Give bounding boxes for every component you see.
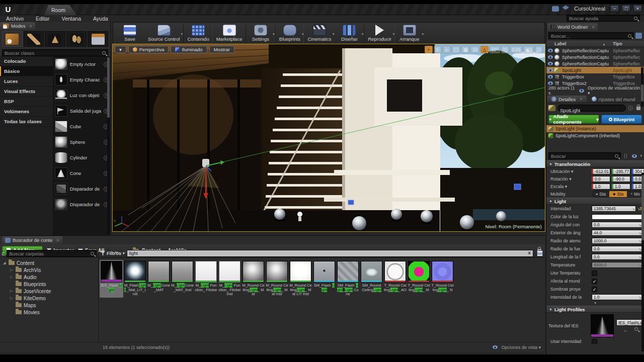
toolbar-button[interactable]: Settings ▾ [246,23,275,43]
asset-item[interactable]: M_FlashLight _Mat_LIT_Inst [123,260,147,298]
property-value-field[interactable]: 0.0↘ [592,254,642,260]
help-search[interactable] [567,15,640,22]
details-scrollbar[interactable] [641,173,644,351]
property-label[interactable]: Intensidad de la [550,295,590,300]
asset-thumbnail[interactable] [337,261,359,283]
close-icon[interactable]: × [592,25,595,30]
placeable-item[interactable]: Empty Charac ? [53,72,110,87]
scrollbar[interactable] [107,57,110,234]
property-label[interactable]: Ángulo del con [550,222,590,227]
modes-tab[interactable]: Modes × [0,22,35,30]
light-color-swatch[interactable] [592,214,642,220]
property-checkbox[interactable] [592,270,597,276]
transform-label[interactable]: Ubicación ▾ [550,169,590,174]
grid-snap-value[interactable]: 10 [470,46,479,53]
property-label[interactable]: Intensidad [550,206,590,211]
label-column-header[interactable]: Label [554,41,603,46]
category-row[interactable]: Volúmenes [0,107,53,117]
asset-item[interactable]: M_Round CeilingLight_ Mat LIT Inst [289,260,312,298]
asset-item[interactable]: T_Round CeilingLight_ M [407,260,431,298]
save-search-icon[interactable] [537,250,543,256]
property-value-field[interactable]: 1385.73645↘ [592,206,636,212]
transform-section-header[interactable]: ▼Transformación [546,160,644,167]
folders-search-input[interactable] [7,251,89,256]
folder-tree-row[interactable]: ▷ JoseVicente [0,288,98,295]
property-label[interactable]: Temperature [550,262,590,267]
asset-item[interactable]: M_Round CeilingLight_ Mat Inst [265,260,289,298]
placeable-item[interactable]: Salida del juga ? [53,103,110,119]
x-value-field[interactable]: -612.01 [592,168,610,174]
expand-arrow-icon[interactable]: ▷ [10,275,14,279]
visibility-eye-icon[interactable] [548,68,553,72]
type-column-header[interactable]: Tipo [613,41,644,46]
viewport-scene[interactable]: Y [113,44,545,231]
property-value-field[interactable]: 6500.0↘ [592,262,642,268]
expand-arrow-icon[interactable]: ▷ [10,289,14,293]
property-value-field[interactable]: 1000.0↘ [592,238,642,244]
details-search-input[interactable] [549,153,613,159]
placeable-item[interactable]: Empty Actor ? [53,56,110,72]
property-label[interactable]: Sombras proye [550,287,590,292]
chevron-down-icon[interactable]: ▾ [392,32,394,36]
asset-item[interactable]: T_Round CeilingLight_ AO [383,260,407,298]
asset-thumbnail[interactable] [432,261,453,283]
property-label[interactable]: Use Temperatu [550,270,590,276]
outliner-row[interactable]: SphereReflectionCaptu SphereReflec [546,60,644,67]
lit-mode-button[interactable]: Iluminado [171,46,207,53]
property-label[interactable]: Longitud de la f [550,254,590,259]
asset-thumbnail[interactable] [384,261,406,283]
toolbar-button[interactable]: Save [115,23,144,43]
asset-thumbnail[interactable] [101,261,122,283]
y-value-field[interactable]: -295.77 [612,168,630,174]
placeable-item[interactable]: Cube ? [53,119,110,134]
close-icon[interactable]: × [56,238,59,243]
property-label[interactable]: Color de la luz [550,214,590,219]
asset-thumbnail[interactable] [361,261,382,283]
property-value-field[interactable]: 0.0↘ [592,246,642,252]
folder-tree-row[interactable]: ▷ Audio [0,274,98,281]
component-row[interactable]: SpotLightComponent (Inherited) [546,132,644,139]
actor-name-field[interactable] [557,105,626,112]
scrollbar[interactable] [641,67,643,107]
category-row[interactable]: Colocado recientemente [0,56,53,66]
close-icon[interactable]: × [580,97,582,102]
chevron-down-icon[interactable]: ▾ [181,32,183,36]
menu-item[interactable]: Ventana [55,15,87,22]
menu-item[interactable]: Editar [30,15,55,22]
toolbar-button[interactable]: Marketplace [213,23,246,43]
actor-name-input[interactable] [558,108,625,113]
category-row[interactable]: Todas las clases [0,117,53,127]
property-label[interactable]: Radio de la fue [550,246,590,251]
asset-search-input[interactable] [127,250,526,256]
folder-tree-row[interactable]: ▷ ArchVis [0,266,98,274]
folder-tree-row[interactable]: Movies [0,309,98,316]
folder-tree-row[interactable]: Maps [0,302,98,309]
details-search[interactable] [548,152,621,159]
browse-icon[interactable] [634,327,638,331]
viewport-options-button[interactable]: ▾ [115,46,126,53]
asset-search[interactable]: × [127,250,533,257]
lock-icon[interactable] [636,107,640,110]
property-checkbox[interactable]: ✓ [592,287,597,292]
expand-arrow-icon[interactable]: ◢ [3,261,7,265]
placeable-item[interactable]: Cone ? [53,165,110,181]
mode-place-button[interactable] [2,31,23,47]
asset-thumbnail[interactable] [313,261,335,283]
x-value-field[interactable]: 1.0 [592,184,610,190]
mobility-option[interactable]: ◆ Sta [609,191,627,197]
placeable-item[interactable]: Disparador de ? [53,181,110,197]
ies-texture-thumbnail[interactable] [591,314,614,337]
asset-item[interactable]: SM_Round CeilingLight [360,260,383,298]
world-settings-tab[interactable]: Ajustes del mund [588,96,639,103]
asset-item[interactable]: T_Round CeilingLight_ N [431,260,454,298]
ies-texture-dropdown[interactable]: IES_FlashLig▾ [616,319,644,326]
mode-paint-button[interactable] [24,31,44,47]
component-row[interactable]: SpotLight (Instance) [546,125,644,132]
asset-thumbnail[interactable] [408,261,430,283]
add-component-button[interactable]: + Añadir componente ▾ [548,115,599,124]
light-section-header[interactable]: ▼Light [546,198,644,205]
help-search-input[interactable] [567,16,632,21]
category-row[interactable]: Luces [0,76,53,86]
light-profiles-section-header[interactable]: ▼Light Profiles [546,306,644,313]
maximize-button[interactable]: □ [622,5,630,12]
